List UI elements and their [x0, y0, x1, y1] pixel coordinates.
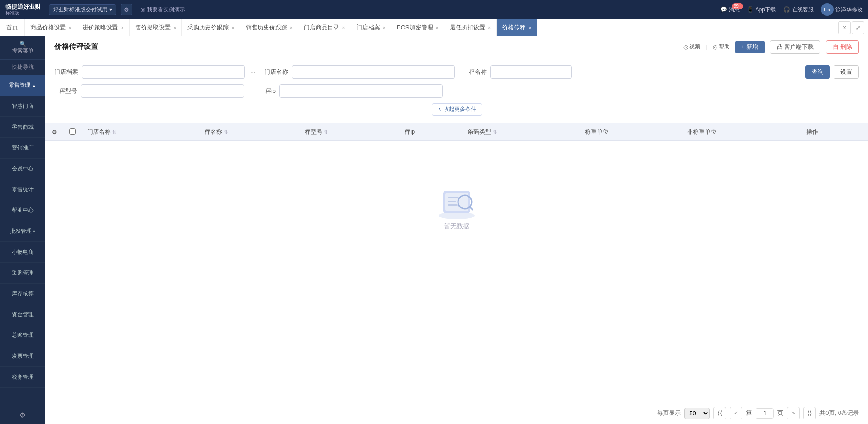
th-store-name-label: 门店名称 — [87, 128, 111, 135]
next-page-button[interactable]: ＞ — [787, 407, 800, 419]
user-menu[interactable]: Ea 徐泽华修改 — [821, 3, 863, 16]
sidebar-item-purchase[interactable]: 采购管理 — [0, 263, 45, 284]
sidebar-item-finance[interactable]: 资金管理 — [0, 304, 45, 325]
sidebar-item-marketing[interactable]: 营销推广 — [0, 138, 45, 159]
empty-state: 暂无数据 — [45, 141, 868, 267]
header-actions: ◎ 视频 | ◎ 帮助 + 新增 凸 客户端下载 自 删除 — [683, 40, 859, 54]
tab-sale-extract[interactable]: 售价提取设置 × — [130, 19, 182, 36]
scale-name-input[interactable] — [490, 65, 572, 79]
last-page-button[interactable]: ⟩⟩ — [803, 407, 816, 419]
tab-pos-encrypt[interactable]: POS加密管理 × — [391, 19, 444, 36]
page-suffix: 页 — [777, 409, 783, 417]
tab-home[interactable]: 首页 — [0, 19, 25, 36]
store-name-label: 门店名称 — [264, 68, 288, 76]
filter-row-2: 秤型号 秤ip — [54, 84, 859, 98]
filter-scale-model: 秤型号 — [54, 84, 244, 98]
sidebar-item-wholesale[interactable]: 批发管理 ▾ — [0, 221, 45, 242]
online-service-button[interactable]: 🎧 在线客服 — [783, 6, 814, 14]
logo-main: 畅捷通好业财 — [5, 3, 41, 10]
th-settings[interactable]: ⚙ — [45, 123, 63, 141]
close-tab-button[interactable]: × — [838, 21, 851, 34]
th-store-name[interactable]: 门店名称 ⇅ — [82, 123, 199, 141]
query-button[interactable]: 查询 — [805, 65, 830, 79]
filter-scale-name: 秤名称 — [464, 65, 572, 79]
select-all-checkbox[interactable] — [69, 128, 76, 135]
store-archive-dots[interactable]: ··· — [250, 69, 255, 76]
th-scale-model[interactable]: 秤型号 ⇅ — [299, 123, 400, 141]
close-icon[interactable]: × — [436, 25, 439, 30]
content-area: 价格传秤设置 ◎ 视频 | ◎ 帮助 + 新增 凸 客户端下载 自 — [45, 36, 868, 424]
video-link[interactable]: ◎ 视频 — [683, 43, 700, 51]
prev-page-button[interactable]: ＜ — [730, 407, 742, 419]
sidebar-item-ecommerce[interactable]: 小畅电商 — [0, 242, 45, 263]
sidebar-item-label: 发票管理 — [12, 353, 34, 359]
page-input[interactable] — [756, 408, 774, 419]
sidebar-item-member[interactable]: 会员中心 — [0, 159, 45, 179]
sidebar-item-tax[interactable]: 税务管理 — [0, 367, 45, 388]
first-page-button[interactable]: ⟨⟨ — [713, 407, 726, 419]
close-icon[interactable]: × — [488, 25, 491, 30]
messages-button[interactable]: 💬 消息 99+ — [720, 6, 740, 14]
sidebar-bottom: ⚙ — [0, 406, 45, 424]
scale-ip-input[interactable] — [279, 84, 443, 98]
th-checkbox — [63, 123, 82, 141]
close-icon[interactable]: × — [290, 25, 293, 30]
sidebar-search[interactable]: 🔍 搜索菜单 — [0, 36, 45, 60]
store-archive-input[interactable] — [82, 65, 245, 79]
tab-purchase-history[interactable]: 采购历史价跟踪 × — [182, 19, 240, 36]
content-header: 价格传秤设置 ◎ 视频 | ◎ 帮助 + 新增 凸 客户端下载 自 — [45, 36, 868, 58]
demo-link[interactable]: ◎ 我要看实例演示 — [141, 6, 185, 14]
sidebar-item-label: 零售管理 — [9, 82, 30, 89]
download-button[interactable]: 凸 客户端下载 — [770, 40, 821, 54]
svg-rect-7 — [448, 204, 458, 206]
close-icon[interactable]: × — [528, 25, 531, 30]
close-icon[interactable]: × — [231, 25, 234, 30]
tab-price-scale[interactable]: 价格传秤 × — [497, 19, 537, 36]
sidebar-item-retail[interactable]: 零售管理 ▲ — [0, 75, 45, 96]
sidebar-item-help[interactable]: 帮助中心 — [0, 200, 45, 221]
close-icon[interactable]: × — [121, 25, 123, 30]
filter-settings-button[interactable]: 设置 — [834, 65, 859, 79]
version-select[interactable]: 好业财标准版交付试用 ▾ — [49, 4, 116, 15]
main-layout: 🔍 搜索菜单 快捷导航 零售管理 ▲ 智慧门店 零售商城 营销推广 会员中心 零… — [0, 36, 868, 424]
close-icon[interactable]: × — [342, 25, 345, 30]
th-barcode-type[interactable]: 条码类型 ⇅ — [462, 123, 580, 141]
user-name: 徐泽华修改 — [835, 6, 863, 14]
close-icon[interactable]: × — [383, 25, 385, 30]
delete-button[interactable]: 自 删除 — [826, 40, 859, 54]
tab-store-archive[interactable]: 门店档案 × — [351, 19, 391, 36]
tab-sale-history[interactable]: 销售历史价跟踪 × — [240, 19, 298, 36]
close-icon[interactable]: × — [173, 25, 176, 30]
per-page-select[interactable]: 10 20 50 100 — [684, 408, 710, 419]
sidebar-item-invoice[interactable]: 发票管理 — [0, 346, 45, 367]
expand-tab-button[interactable]: ⤢ — [852, 21, 864, 34]
sidebar-item-smart-store[interactable]: 智慧门店 — [0, 96, 45, 117]
svg-rect-5 — [448, 197, 459, 198]
add-button[interactable]: + 新增 — [735, 41, 765, 53]
collapse-button[interactable]: ∧ 收起更多条件 — [432, 103, 482, 116]
sidebar-item-retail-mall[interactable]: 零售商城 — [0, 117, 45, 138]
sidebar-quick-nav[interactable]: 快捷导航 — [0, 60, 45, 75]
tab-store-catalog[interactable]: 门店商品目录 × — [298, 19, 351, 36]
divider: | — [706, 43, 707, 50]
tab-product-price[interactable]: 商品价格设置 × — [25, 19, 77, 36]
sidebar-item-retail-stats[interactable]: 零售统计 — [0, 179, 45, 200]
sidebar-item-label: 帮助中心 — [12, 207, 34, 213]
sidebar-item-ledger[interactable]: 总账管理 — [0, 325, 45, 346]
nav-end: × ⤢ — [838, 21, 868, 34]
th-action: 操作 — [801, 123, 868, 141]
th-scale-name[interactable]: 秤名称 ⇅ — [199, 123, 299, 141]
close-icon[interactable]: × — [68, 25, 71, 30]
sidebar-gear-icon[interactable]: ⚙ — [20, 411, 26, 419]
settings-icon[interactable]: ⚙ — [121, 4, 132, 15]
sidebar-item-inventory[interactable]: 库存核算 — [0, 284, 45, 304]
tab-purchase-strategy[interactable]: 进价策略设置 × — [77, 19, 129, 36]
scale-model-input[interactable] — [81, 84, 244, 98]
filter-area: 门店档案 ··· 门店名称 秤名称 查询 设置 — [45, 58, 868, 123]
logo-sub: 标准版 — [5, 10, 19, 16]
help-link[interactable]: ◎ 帮助 — [713, 43, 730, 51]
store-name-input[interactable] — [292, 65, 455, 79]
app-download-button[interactable]: 📱 App下载 — [747, 6, 776, 14]
filter-settings-label: 设置 — [840, 68, 852, 76]
tab-min-discount[interactable]: 最低折扣设置 × — [444, 19, 497, 36]
